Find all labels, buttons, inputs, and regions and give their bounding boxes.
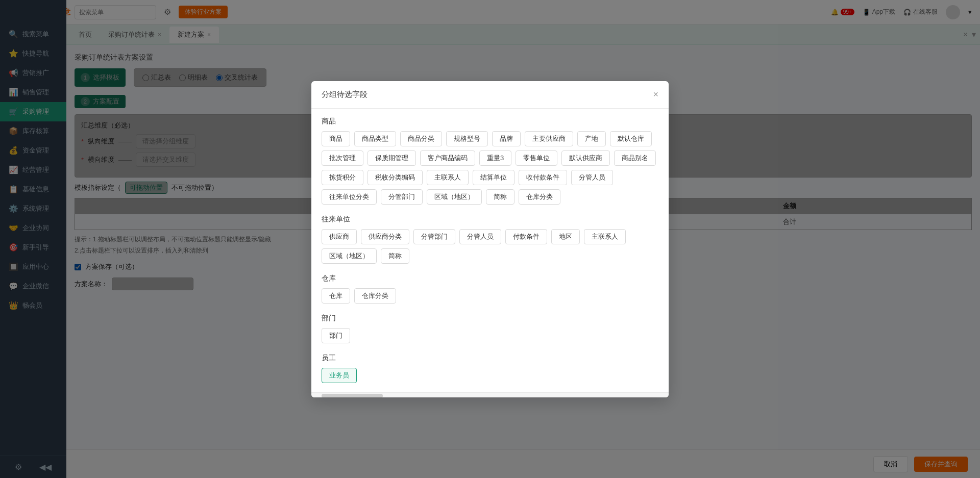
field-tag-goods-alias[interactable]: 商品别名 xyxy=(614,150,656,166)
modal-body[interactable]: 商品 商品 商品类型 商品分类 规格型号 品牌 主要供应商 产地 默认仓库 批次… xyxy=(311,109,669,392)
field-tag-spec-model[interactable]: 规格型号 xyxy=(446,131,488,146)
field-tag-settle-unit[interactable]: 结算单位 xyxy=(473,170,514,185)
category-employee-title: 员工 xyxy=(322,354,658,363)
field-tag-expiry-mgmt[interactable]: 保质期管理 xyxy=(368,150,416,166)
category-goods-title: 商品 xyxy=(322,117,658,126)
field-tag-default-warehouse[interactable]: 默认仓库 xyxy=(610,131,652,146)
field-tag-manage-person[interactable]: 分管人员 xyxy=(459,229,501,244)
field-tag-pay-terms[interactable]: 付款条件 xyxy=(505,229,547,244)
field-tag-short-name[interactable]: 简称 xyxy=(486,189,514,205)
field-tag-payment-terms[interactable]: 收付款条件 xyxy=(519,170,567,185)
field-tag-main-contact2[interactable]: 主联系人 xyxy=(584,229,626,244)
category-warehouse-title: 仓库 xyxy=(322,274,658,283)
field-tag-customer-code[interactable]: 客户商品编码 xyxy=(420,150,475,166)
category-goods-tags: 商品 商品类型 商品分类 规格型号 品牌 主要供应商 产地 默认仓库 批次管理 … xyxy=(322,131,658,205)
field-tag-batch-mgmt[interactable]: 批次管理 xyxy=(322,150,363,166)
field-tag-supplier[interactable]: 供应商 xyxy=(322,229,357,244)
modal-hscrollbar-thumb xyxy=(322,394,383,397)
category-partner-tags: 供应商 供应商分类 分管部门 分管人员 付款条件 地区 主联系人 区域（地区） … xyxy=(322,229,658,264)
field-tag-origin[interactable]: 产地 xyxy=(577,131,606,146)
field-tag-area[interactable]: 地区 xyxy=(551,229,580,244)
field-tag-warehouse-cat[interactable]: 仓库分类 xyxy=(354,288,396,304)
modal: 分组待选字段 × 商品 商品 商品类型 商品分类 规格型号 品牌 主要供应商 产… xyxy=(311,81,669,397)
category-partner: 往来单位 供应商 供应商分类 分管部门 分管人员 付款条件 地区 主联系人 区域… xyxy=(322,215,658,264)
category-department: 部门 部门 xyxy=(322,314,658,343)
category-goods: 商品 商品 商品类型 商品分类 规格型号 品牌 主要供应商 产地 默认仓库 批次… xyxy=(322,117,658,205)
modal-close-button[interactable]: × xyxy=(653,89,658,100)
field-tag-manager[interactable]: 分管人员 xyxy=(571,170,613,185)
modal-overlay: 分组待选字段 × 商品 商品 商品类型 商品分类 规格型号 品牌 主要供应商 产… xyxy=(0,0,980,478)
field-tag-salesperson[interactable]: 业务员 xyxy=(322,368,357,383)
field-tag-warehouse[interactable]: 仓库 xyxy=(322,288,350,304)
category-employee: 员工 业务员 xyxy=(322,354,658,383)
field-tag-department[interactable]: 部门 xyxy=(322,328,350,343)
field-tag-short-name2[interactable]: 简称 xyxy=(381,248,409,264)
field-tag-default-supplier[interactable]: 默认供应商 xyxy=(561,150,610,166)
category-warehouse: 仓库 仓库 仓库分类 xyxy=(322,274,658,304)
field-tag-goods-type[interactable]: 商品类型 xyxy=(354,131,396,146)
category-warehouse-tags: 仓库 仓库分类 xyxy=(322,288,658,304)
field-tag-goods-category[interactable]: 商品分类 xyxy=(400,131,442,146)
field-tag-tax-code[interactable]: 税收分类编码 xyxy=(368,170,423,185)
category-partner-title: 往来单位 xyxy=(322,215,658,224)
category-department-tags: 部门 xyxy=(322,328,658,343)
modal-title: 分组待选字段 xyxy=(322,90,368,99)
field-tag-partner-category[interactable]: 往来单位分类 xyxy=(322,189,377,205)
field-tag-region2[interactable]: 区域（地区） xyxy=(322,248,377,264)
category-employee-tags: 业务员 xyxy=(322,368,658,383)
field-tag-region[interactable]: 区域（地区） xyxy=(427,189,482,205)
category-department-title: 部门 xyxy=(322,314,658,323)
field-tag-main-contact[interactable]: 主联系人 xyxy=(427,170,469,185)
modal-header: 分组待选字段 × xyxy=(311,81,669,109)
field-tag-retail-unit[interactable]: 零售单位 xyxy=(516,150,557,166)
field-tag-brand[interactable]: 品牌 xyxy=(492,131,521,146)
field-tag-weight3[interactable]: 重量3 xyxy=(479,150,511,166)
field-tag-pick-score[interactable]: 拣货积分 xyxy=(322,170,363,185)
field-tag-goods[interactable]: 商品 xyxy=(322,131,350,146)
field-tag-dept[interactable]: 分管部门 xyxy=(381,189,423,205)
field-tag-manage-dept[interactable]: 分管部门 xyxy=(413,229,455,244)
modal-horizontal-scrollbar[interactable] xyxy=(311,392,669,397)
field-tag-warehouse-category[interactable]: 仓库分类 xyxy=(519,189,560,205)
field-tag-main-supplier[interactable]: 主要供应商 xyxy=(525,131,573,146)
field-tag-supplier-category[interactable]: 供应商分类 xyxy=(361,229,409,244)
